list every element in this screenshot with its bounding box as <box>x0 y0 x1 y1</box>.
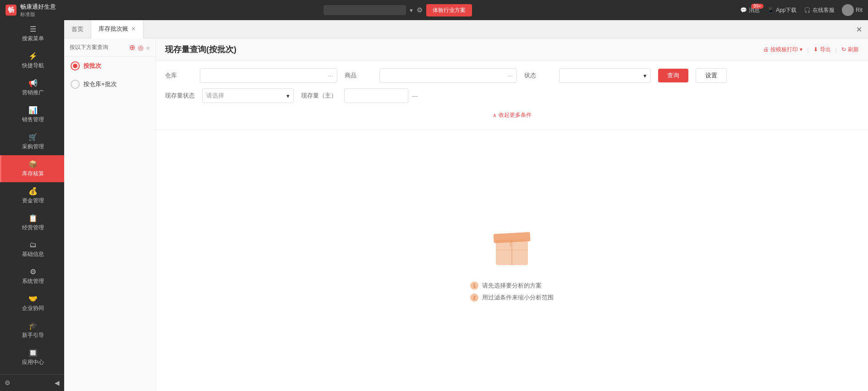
sidebar-item-apps[interactable]: 🔲 应用中心 <box>0 344 64 371</box>
app-download-icon: 📱 <box>767 7 774 13</box>
plan-item-by-batch[interactable]: 按批次 <box>64 57 155 75</box>
export-label: 导出 <box>820 46 831 54</box>
collapse-label: 收起更多条件 <box>499 111 532 119</box>
refresh-label: 刷新 <box>848 46 859 54</box>
sidebar-item-enterprise[interactable]: 🤝 企业协同 <box>0 290 64 317</box>
tab-home[interactable]: 首页 <box>64 20 91 38</box>
page-header-actions: 🖨 按模板打印 ▾ | ⬇ 导出 | ↻ 刷新 <box>763 46 859 54</box>
app-title: 畅康通好生意 <box>20 3 56 11</box>
add-plan-icon[interactable]: ⊕ <box>129 43 135 52</box>
hint-2: 2 用过滤条件来缩小分析范围 <box>470 293 554 302</box>
gear-icon[interactable]: ⚙ <box>417 6 423 14</box>
left-panel: 按以下方案查询 ⊕ ◎ « 按批次 按仓库+批次 <box>64 38 156 391</box>
stock-qty-label: 现存量（主） <box>301 92 337 100</box>
sales-icon: 📊 <box>28 106 38 114</box>
sidebar-item-wechat[interactable]: 💬 企业微信 <box>0 371 64 374</box>
plan-item-by-warehouse-batch[interactable]: 按仓库+批次 <box>64 75 155 93</box>
sidebar-label-purchase: 采购管理 <box>22 143 44 151</box>
app-info: 畅康通好生意 标准版 <box>20 3 56 18</box>
sidebar-item-system[interactable]: ⚙ 系统管理 <box>0 263 64 290</box>
sidebar-label-marketing: 营销推广 <box>22 89 44 97</box>
empty-svg: ! <box>484 219 539 274</box>
search-input[interactable] <box>324 5 406 15</box>
filter-area: 仓库 ··· 商品 ··· 状态 ▾ <box>156 61 868 130</box>
user-name: Rit <box>856 7 863 13</box>
sidebar-item-newbie[interactable]: 🎓 新手引导 <box>0 317 64 344</box>
dropdown-icon[interactable]: ▾ <box>410 7 413 14</box>
empty-illustration: ! <box>484 219 539 274</box>
sidebar-item-purchase[interactable]: 🛒 采购管理 <box>0 128 64 155</box>
app-download-label: App下载 <box>776 6 797 14</box>
refresh-icon: ↻ <box>841 46 846 53</box>
sidebar-label-quick-nav: 快捷导航 <box>22 62 44 70</box>
marketing-icon: 📢 <box>28 79 38 87</box>
product-input[interactable] <box>384 72 505 79</box>
main-content: 现存量查询(按批次) 🖨 按模板打印 ▾ | ⬇ 导出 | <box>156 38 868 391</box>
divider1: | <box>807 46 808 53</box>
app-download-btn[interactable]: 📱 App下载 <box>767 6 797 14</box>
tab-close-icon[interactable]: ✕ <box>131 26 136 32</box>
warehouse-more-icon[interactable]: ··· <box>328 72 333 79</box>
status-label: 状态 <box>524 71 552 80</box>
settings-plan-icon[interactable]: ◎ <box>138 44 143 51</box>
quick-nav-icon: ⚡ <box>28 52 38 60</box>
online-service-btn[interactable]: 🎧 在线客服 <box>804 6 835 14</box>
sidebar-item-marketing[interactable]: 📢 营销推广 <box>0 74 64 101</box>
main-layout: ☰ 搜索菜单 ⚡ 快捷导航 📢 营销推广 📊 销售管理 🛒 采购管理 📦 库 <box>0 20 868 391</box>
product-input-wrap: ··· <box>379 68 517 83</box>
sidebar-settings-icon[interactable]: ⚙ <box>5 379 11 386</box>
tab-inventory-batch-label: 库存批次账 <box>99 25 128 33</box>
tab-inventory-batch[interactable]: 库存批次账 ✕ <box>91 20 143 38</box>
product-more-icon[interactable]: ··· <box>507 72 513 79</box>
user-menu[interactable]: Rit <box>842 4 863 16</box>
export-btn[interactable]: ⬇ 导出 <box>813 46 831 54</box>
message-btn[interactable]: 💬 消息 99+ <box>740 6 760 14</box>
apps-icon: 🔲 <box>28 348 38 357</box>
print-label: 按模板打印 <box>770 46 798 54</box>
app-subtitle: 标准版 <box>20 11 56 18</box>
warehouse-label: 仓库 <box>165 71 192 80</box>
hint-text-2: 用过滤条件来缩小分析范围 <box>482 293 554 302</box>
sidebar: ☰ 搜索菜单 ⚡ 快捷导航 📢 营销推广 📊 销售管理 🛒 采购管理 📦 库 <box>0 20 64 391</box>
collapse-row[interactable]: ∧ 收起更多条件 <box>165 109 859 122</box>
stock-status-select[interactable]: 请选择 ▾ <box>202 88 294 103</box>
warehouse-input[interactable] <box>204 72 326 79</box>
stock-qty-min[interactable] <box>344 88 408 103</box>
query-btn[interactable]: 查询 <box>658 69 688 82</box>
plan-label-by-batch: 按批次 <box>83 62 101 70</box>
basics-icon: 🗂 <box>29 241 37 249</box>
print-btn[interactable]: 🖨 按模板打印 ▾ <box>763 46 802 54</box>
search-menu-icon: ☰ <box>30 25 36 33</box>
message-icon: 💬 <box>740 7 747 13</box>
sidebar-collapse-icon[interactable]: ◀ <box>55 379 60 386</box>
top-bar-right: 💬 消息 99+ 📱 App下载 🎧 在线客服 Rit <box>740 4 863 16</box>
print-dropdown-icon[interactable]: ▾ <box>800 46 802 53</box>
divider2: | <box>835 46 837 53</box>
sidebar-item-operations[interactable]: 📋 经营管理 <box>0 209 64 236</box>
newbie-icon: 🎓 <box>28 321 38 330</box>
purchase-icon: 🛒 <box>28 133 38 141</box>
settings-btn[interactable]: 设置 <box>696 68 727 83</box>
page-close-btn[interactable]: ✕ <box>850 20 868 38</box>
plan-dot-active <box>71 61 80 71</box>
content-area: 首页 库存批次账 ✕ ✕ 按以下方案查询 ⊕ ◎ « <box>64 20 868 391</box>
experience-btn[interactable]: 体验行业方案 <box>426 4 472 16</box>
page-title: 现存量查询(按批次) <box>165 44 236 55</box>
warehouse-input-wrap: ··· <box>200 68 337 83</box>
refresh-btn[interactable]: ↻ 刷新 <box>841 46 859 54</box>
headset-icon: 🎧 <box>804 7 811 13</box>
sidebar-item-inventory[interactable]: 📦 库存核算 <box>0 155 64 182</box>
sidebar-item-finance[interactable]: 💰 资金管理 <box>0 182 64 209</box>
operations-icon: 📋 <box>28 214 38 223</box>
status-select[interactable]: ▾ <box>559 68 651 83</box>
left-panel-icons: ⊕ ◎ « <box>129 43 150 52</box>
svg-text:!: ! <box>510 241 511 248</box>
sidebar-item-sales[interactable]: 📊 销售管理 <box>0 101 64 128</box>
sidebar-item-basics[interactable]: 🗂 基础信息 <box>0 236 64 263</box>
sidebar-item-search[interactable]: ☰ 搜索菜单 <box>0 20 64 47</box>
stock-status-placeholder: 请选择 <box>206 92 285 100</box>
printer-icon: 🖨 <box>763 46 769 53</box>
collapse-panel-icon[interactable]: « <box>146 44 150 51</box>
sidebar-item-quick-nav[interactable]: ⚡ 快捷导航 <box>0 47 64 74</box>
top-bar-left: 畅 畅康通好生意 标准版 <box>5 3 56 18</box>
